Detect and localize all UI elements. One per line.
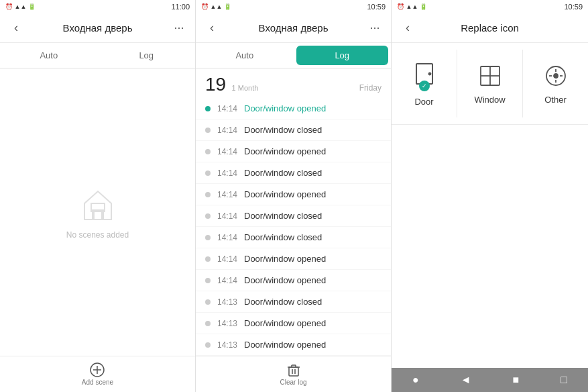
svg-point-24 xyxy=(554,74,558,78)
trash-icon xyxy=(286,362,301,377)
log-item: 14:14Door/window closed xyxy=(196,227,391,248)
log-item: 14:14Door/window opened xyxy=(196,141,391,162)
log-text: Door/window opened xyxy=(244,275,326,285)
nav-recents-button[interactable]: ■ xyxy=(505,371,528,389)
log-text: Door/window opened xyxy=(244,189,326,199)
log-dot xyxy=(205,170,211,176)
window-svg-icon xyxy=(477,62,504,89)
log-dot xyxy=(205,299,211,305)
log-text: Door/window opened xyxy=(244,318,326,328)
tabs-left: Auto Log xyxy=(0,43,195,68)
middle-panel: ⏰ ▲▲ 🔋 10:59 ‹ Входная дверь ··· Auto Lo… xyxy=(196,0,392,392)
log-time: 14:13 xyxy=(217,297,239,307)
log-time: 14:14 xyxy=(217,168,239,178)
log-text: Door/window closed xyxy=(244,232,322,242)
log-text: Door/window closed xyxy=(244,168,322,178)
log-header: 19 1 Month Friday xyxy=(196,68,391,98)
left-panel: ⏰ ▲▲ 🔋 11:00 ‹ Входная дверь ··· Auto Lo… xyxy=(0,0,196,392)
back-button-left[interactable]: ‹ xyxy=(7,19,25,38)
log-list: 14:14Door/window opened14:14Door/window … xyxy=(196,98,391,356)
status-bar-left: ⏰ ▲▲ 🔋 11:00 xyxy=(0,0,195,13)
door-label: Door xyxy=(414,97,433,107)
add-scene-label: Add scene xyxy=(82,379,113,386)
tab-auto-middle[interactable]: Auto xyxy=(198,46,291,65)
back-button-middle[interactable]: ‹ xyxy=(202,19,221,38)
more-button-middle[interactable]: ··· xyxy=(365,19,384,38)
other-label: Other xyxy=(544,95,567,105)
replace-icon-title: Replace icon xyxy=(417,22,563,34)
right-panel: ⏰ ▲▲ 🔋 10:59 ‹ Replace icon ✓ Door xyxy=(392,0,588,392)
log-item: 14:14Door/window closed xyxy=(196,205,391,227)
log-time: 14:14 xyxy=(217,190,239,199)
log-item: 14:14Door/window opened xyxy=(196,184,391,205)
nav-back-button[interactable]: ◄ xyxy=(453,371,479,389)
time-middle: 10:59 xyxy=(367,3,386,11)
log-item: 14:14Door/window opened xyxy=(196,98,391,119)
tabs-middle: Auto Log xyxy=(196,43,391,68)
nav-home-button[interactable]: ● xyxy=(404,371,427,389)
log-text: Door/window closed xyxy=(244,211,322,221)
log-dot xyxy=(205,342,211,348)
log-item: 14:13Door/window opened xyxy=(196,334,391,356)
log-time: 14:14 xyxy=(217,254,239,264)
log-dot xyxy=(205,106,211,111)
signal-icons-left: ⏰ ▲▲ 🔋 xyxy=(5,3,36,10)
window-label: Window xyxy=(474,95,505,105)
time-right: 10:59 xyxy=(564,3,583,11)
log-time: 14:14 xyxy=(217,126,239,135)
log-text: Door/window opened xyxy=(244,103,326,113)
log-date-number: 19 xyxy=(205,74,226,95)
log-dot xyxy=(205,235,211,240)
log-time: 14:14 xyxy=(217,147,239,156)
signal-icons-right: ⏰ ▲▲ 🔋 xyxy=(397,3,427,10)
bottom-bar-left: Add scene xyxy=(0,356,195,392)
add-scene-button[interactable]: Add scene xyxy=(82,362,113,386)
empty-state: No scenes added xyxy=(0,68,195,356)
time-left: 11:00 xyxy=(171,3,190,11)
right-content-area xyxy=(392,125,588,368)
tab-log-left[interactable]: Log xyxy=(101,46,193,65)
log-dot xyxy=(205,149,211,154)
log-dot xyxy=(205,321,211,326)
replace-icon-header: ‹ Replace icon xyxy=(392,13,588,43)
log-dot xyxy=(205,256,211,262)
svg-rect-4 xyxy=(289,367,298,376)
signal-icons-middle: ⏰ ▲▲ 🔋 xyxy=(201,3,231,10)
other-svg-icon xyxy=(542,62,569,89)
icon-option-window[interactable]: Window xyxy=(457,50,523,117)
icon-option-door[interactable]: ✓ Door xyxy=(392,50,457,117)
tab-auto-left[interactable]: Auto xyxy=(3,46,95,65)
title-middle: Входная дверь xyxy=(259,22,329,34)
nav-menu-button[interactable]: □ xyxy=(552,371,575,389)
status-bar-middle: ⏰ ▲▲ 🔋 10:59 xyxy=(196,0,391,13)
log-time: 14:13 xyxy=(217,340,239,350)
log-item: 14:14Door/window closed xyxy=(196,162,391,184)
log-item: 14:14Door/window opened xyxy=(196,270,391,291)
back-button-right[interactable]: ‹ xyxy=(398,19,417,38)
log-time: 14:14 xyxy=(217,233,239,242)
log-dot xyxy=(205,128,211,133)
house-icon xyxy=(78,185,118,225)
more-button-left[interactable]: ··· xyxy=(170,19,188,38)
log-date-month: 1 Month xyxy=(232,84,259,92)
log-dot xyxy=(205,192,211,197)
log-item: 14:14Door/window opened xyxy=(196,248,391,270)
icon-option-other[interactable]: Other xyxy=(523,50,588,117)
title-left: Входная дверь xyxy=(63,22,133,34)
log-time: 14:14 xyxy=(217,276,239,285)
log-text: Door/window closed xyxy=(244,125,322,135)
svg-point-15 xyxy=(428,73,430,75)
log-text: Door/window closed xyxy=(244,297,322,307)
clear-log-label: Clear log xyxy=(280,379,306,386)
selected-checkmark: ✓ xyxy=(419,81,430,91)
log-dot xyxy=(205,213,211,219)
clear-log-button[interactable]: Clear log xyxy=(280,362,306,386)
log-text: Door/window opened xyxy=(244,146,326,156)
icon-grid: ✓ Door Window Other xyxy=(392,43,588,125)
log-text: Door/window opened xyxy=(244,254,326,264)
header-left: ‹ Входная дверь ··· xyxy=(0,13,195,43)
log-text: Door/window opened xyxy=(244,340,326,350)
log-item: 14:14Door/window closed xyxy=(196,119,391,141)
log-item: 14:13Door/window closed xyxy=(196,291,391,313)
tab-log-middle[interactable]: Log xyxy=(296,46,389,65)
